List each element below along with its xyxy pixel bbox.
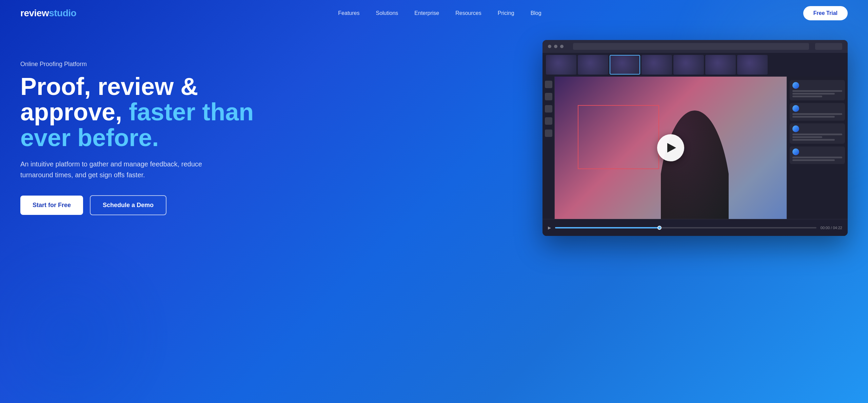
start-for-free-button[interactable]: Start for Free bbox=[20, 196, 83, 215]
free-trial-button[interactable]: Free Trial bbox=[803, 6, 848, 20]
video-canvas bbox=[555, 77, 787, 219]
topbar-buttons bbox=[815, 43, 842, 50]
nav-blog[interactable]: Blog bbox=[531, 10, 541, 16]
timeline-track[interactable] bbox=[555, 227, 816, 228]
nav-pricing[interactable]: Pricing bbox=[498, 10, 514, 16]
comment-line bbox=[792, 90, 842, 92]
topbar-url-bar bbox=[573, 43, 809, 50]
comment-3 bbox=[790, 123, 845, 144]
figure-silhouette bbox=[661, 110, 729, 219]
comment-line bbox=[792, 136, 822, 138]
comment-line bbox=[792, 139, 835, 141]
hero-section: Online Proofing Platform Proof, review &… bbox=[0, 26, 868, 256]
comment-line bbox=[792, 96, 822, 97]
comment-line bbox=[792, 134, 842, 135]
logo-review: review bbox=[20, 8, 49, 18]
comment-2 bbox=[790, 103, 845, 121]
comment-avatar-3 bbox=[792, 125, 799, 132]
nav-resources[interactable]: Resources bbox=[455, 10, 481, 16]
comment-line bbox=[792, 157, 842, 158]
hero-headline: Proof, review & approve, faster than eve… bbox=[20, 74, 264, 151]
film-thumb-5[interactable] bbox=[673, 55, 704, 75]
topbar-dot-3 bbox=[560, 45, 564, 48]
navigation: reviewstudio Features Solutions Enterpri… bbox=[0, 0, 868, 26]
filmstrip bbox=[542, 53, 848, 77]
toolbar-btn-5[interactable] bbox=[545, 129, 552, 137]
video-timeline: ▶ 00:00 / 04:22 bbox=[542, 219, 848, 236]
play-control-icon[interactable]: ▶ bbox=[548, 225, 551, 230]
annotation-rectangle bbox=[578, 105, 659, 169]
headline-part2: approve, bbox=[20, 98, 122, 125]
film-thumb-3-active[interactable] bbox=[610, 55, 640, 75]
topbar-dot-1 bbox=[548, 45, 551, 48]
video-main-area bbox=[542, 77, 848, 219]
schedule-demo-button[interactable]: Schedule a Demo bbox=[90, 195, 166, 215]
toolbar-btn-4[interactable] bbox=[545, 117, 552, 125]
headline-part1: Proof, review & bbox=[20, 73, 198, 100]
video-mockup: ▶ 00:00 / 04:22 bbox=[542, 40, 848, 236]
play-icon bbox=[667, 143, 676, 153]
nav-enterprise[interactable]: Enterprise bbox=[414, 10, 439, 16]
video-left-toolbar bbox=[542, 77, 555, 219]
hero-eyebrow: Online Proofing Platform bbox=[20, 61, 264, 68]
toolbar-btn-1[interactable] bbox=[545, 81, 552, 88]
film-thumb-2[interactable] bbox=[578, 55, 608, 75]
nav-features[interactable]: Features bbox=[338, 10, 359, 16]
play-button[interactable] bbox=[657, 134, 684, 161]
nav-links: Features Solutions Enterprise Resources … bbox=[338, 10, 541, 16]
comment-avatar-2 bbox=[792, 105, 799, 112]
logo[interactable]: reviewstudio bbox=[20, 8, 76, 19]
film-thumb-4[interactable] bbox=[642, 55, 672, 75]
comment-line bbox=[792, 159, 835, 161]
toolbar-btn-2[interactable] bbox=[545, 93, 552, 100]
timeline-controls[interactable]: ▶ bbox=[548, 225, 551, 230]
timeline-time: 00:00 / 04:22 bbox=[821, 226, 842, 230]
video-topbar bbox=[542, 40, 848, 53]
comment-line bbox=[792, 113, 842, 115]
comment-avatar-1 bbox=[792, 82, 799, 89]
hero-cta-group: Start for Free Schedule a Demo bbox=[20, 195, 264, 215]
toolbar-btn-3[interactable] bbox=[545, 105, 552, 113]
film-thumb-1[interactable] bbox=[546, 55, 576, 75]
comment-1 bbox=[790, 80, 845, 100]
timeline-progress bbox=[555, 227, 659, 228]
hero-subtext: An intuitive platform to gather and mana… bbox=[20, 159, 217, 180]
nav-solutions[interactable]: Solutions bbox=[376, 10, 398, 16]
hero-text: Online Proofing Platform Proof, review &… bbox=[20, 61, 264, 216]
comment-4 bbox=[790, 146, 845, 164]
hero-visual: ▶ 00:00 / 04:22 bbox=[542, 40, 848, 236]
comment-line bbox=[792, 93, 835, 95]
topbar-dot-2 bbox=[554, 45, 557, 48]
video-comments-panel bbox=[787, 77, 848, 219]
comment-line bbox=[792, 116, 835, 118]
logo-studio: studio bbox=[49, 8, 76, 18]
film-thumb-7[interactable] bbox=[737, 55, 768, 75]
timeline-scrubber[interactable] bbox=[657, 226, 662, 230]
comment-avatar-4 bbox=[792, 148, 799, 155]
film-thumb-6[interactable] bbox=[705, 55, 736, 75]
